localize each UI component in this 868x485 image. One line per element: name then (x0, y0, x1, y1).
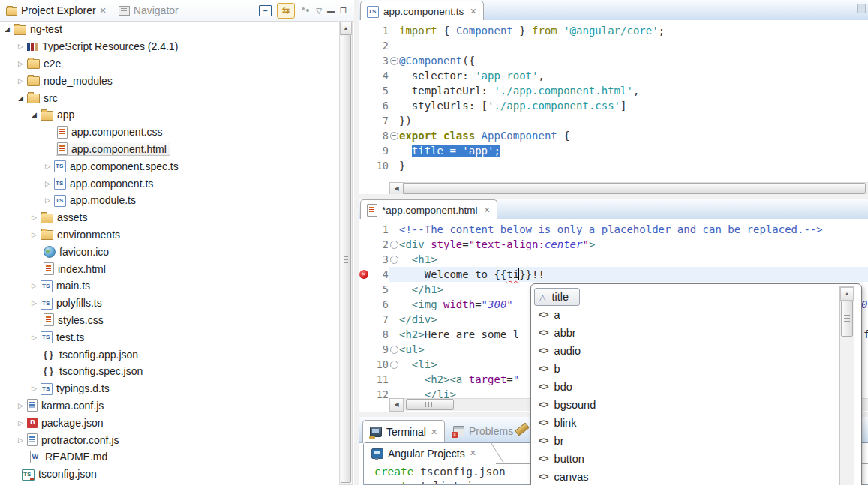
tab-angular-projects[interactable]: Angular Projects ✕ (364, 443, 484, 463)
completion-item-title[interactable]: △title (533, 288, 831, 306)
fold-collapse-icon[interactable] (389, 361, 399, 369)
expand-arrow-icon[interactable]: ▷ (16, 419, 26, 427)
tree-scrollbar[interactable]: ▲ (339, 21, 353, 485)
tree-item-src[interactable]: ◢src (0, 89, 341, 106)
completion-item-canvas[interactable]: <>canvas (533, 468, 831, 485)
expand-arrow-icon[interactable]: ▷ (29, 334, 39, 341)
tree-item-readme.md[interactable]: README.md (0, 448, 341, 466)
fold-collapse-icon[interactable] (389, 57, 399, 65)
tree-item-index.html[interactable]: index.html (0, 260, 341, 277)
expand-arrow-icon[interactable]: ▷ (29, 385, 39, 392)
tree-item-e2e[interactable]: ▷e2e (0, 55, 341, 73)
collapse-arrow-icon[interactable]: ◢ (29, 111, 39, 118)
tab-terminal[interactable]: Terminal ✕ (362, 420, 445, 443)
scroll-left-icon[interactable]: ◀ (389, 398, 404, 412)
focus-icon[interactable] (300, 5, 311, 16)
tab-navigator[interactable]: Navigator (113, 0, 185, 21)
expand-arrow-icon[interactable]: ▷ (29, 214, 39, 221)
minimize-icon[interactable]: ▬ (327, 7, 335, 15)
close-icon[interactable]: ✕ (431, 428, 437, 436)
tree-item-app.component.html[interactable]: app.component.html (0, 141, 341, 158)
expand-arrow-icon[interactable]: ▷ (16, 77, 26, 85)
ts-hscroll-thumb[interactable] (403, 183, 866, 194)
fold-collapse-icon[interactable] (389, 346, 399, 354)
editor-chevron-icon[interactable] (857, 4, 866, 13)
tree-item-main.ts[interactable]: ▷main.ts (0, 277, 341, 295)
expand-arrow-icon[interactable]: ▷ (43, 196, 53, 204)
tree-item-polyfills.ts[interactable]: ▷polyfills.ts (0, 295, 341, 312)
tree-item-typings.d.ts[interactable]: ▷typings.d.ts (0, 380, 341, 397)
tree-item-app.module.ts[interactable]: ▷app.module.ts (0, 192, 341, 209)
tree-item-styles.css[interactable]: styles.css (0, 312, 341, 329)
code-line-7[interactable]: 7}) (359, 113, 868, 128)
tree-item-tsconfig.app.json[interactable]: tsconfig.app.json (0, 346, 341, 363)
tree-item-typescript-resources-2.4.1-[interactable]: ▷TypeScript Resources (2.4.1) (0, 38, 341, 55)
maximize-icon[interactable]: ❒ (340, 7, 347, 15)
code-line-4[interactable]: ✕4 Welcome to {{ti}}!! (359, 267, 868, 282)
tree-item-ng-test[interactable]: ◢ng-test (0, 21, 341, 38)
ts-hscrollbar[interactable]: ◀ (359, 182, 868, 195)
completion-item-button[interactable]: <>button (533, 450, 831, 468)
close-icon[interactable]: ✕ (470, 7, 476, 16)
completion-item-audio[interactable]: <>audio (533, 342, 831, 360)
tree-item-favicon.ico[interactable]: favicon.ico (0, 243, 341, 260)
code-line-2[interactable]: 2<div style="text-align:center"> (359, 237, 868, 252)
close-icon[interactable]: ✕ (484, 206, 491, 214)
code-line-1[interactable]: 1import { Component } from '@angular/cor… (359, 23, 868, 38)
expand-arrow-icon[interactable]: ▷ (16, 402, 26, 409)
completion-item-br[interactable]: <>br (533, 432, 831, 450)
code-line-6[interactable]: 6 styleUrls: ['./app.component.css'] (359, 98, 868, 113)
tree-item-app.component.css[interactable]: app.component.css (0, 124, 341, 141)
scroll-up-icon[interactable]: ▲ (340, 22, 352, 35)
code-line-10[interactable]: 10} (359, 158, 868, 173)
view-menu-icon[interactable]: ▽ (316, 7, 322, 15)
fold-collapse-icon[interactable] (389, 256, 399, 264)
code-line-1[interactable]: 1<!--The content below is only a placeho… (359, 222, 868, 237)
tree-scrollbar-thumb[interactable] (341, 34, 351, 483)
completion-list[interactable]: △title<>a<>abbr<>audio<>b<>bdo<>bgsound<… (533, 288, 831, 485)
close-icon[interactable]: ✕ (100, 7, 107, 15)
completion-item-abbr[interactable]: <>abbr (533, 324, 831, 342)
scroll-up-icon[interactable]: ▲ (840, 287, 854, 301)
code-line-5[interactable]: 5 templateUrl: './app.component.html', (359, 83, 868, 98)
collapse-arrow-icon[interactable]: ◢ (2, 25, 12, 33)
popup-scrollbar-thumb[interactable] (841, 301, 853, 337)
tree-item-package.json[interactable]: ▷package.json (0, 414, 341, 431)
collapse-arrow-icon[interactable]: ◢ (16, 94, 26, 102)
completion-item-blink[interactable]: <>blink (533, 414, 831, 432)
tab-app-component-ts[interactable]: app.component.ts ✕ (360, 1, 484, 21)
tree-item-karma.conf.js[interactable]: ▷karma.conf.js (0, 397, 341, 415)
tree-item-app.component.ts[interactable]: ▷app.component.ts (0, 175, 341, 192)
project-tree[interactable]: ◢ng-test▷TypeScript Resources (2.4.1)▷e2… (0, 21, 341, 485)
tree-item-test.ts[interactable]: ▷test.ts (0, 328, 341, 346)
expand-arrow-icon[interactable]: ▷ (29, 282, 39, 289)
expand-arrow-icon[interactable]: ▷ (29, 231, 39, 238)
fold-collapse-icon[interactable] (389, 241, 399, 249)
link-with-editor-icon[interactable]: ⇆ (277, 3, 295, 19)
expand-arrow-icon[interactable]: ▷ (29, 299, 39, 307)
tree-item-node-modules[interactable]: ▷node_modules (0, 72, 341, 89)
completion-item-a[interactable]: <>a (533, 306, 831, 324)
expand-arrow-icon[interactable]: ▷ (16, 60, 26, 67)
tab-app-component-html[interactable]: *app.component.html ✕ (360, 199, 497, 220)
tree-item-app.component.spec.ts[interactable]: ▷app.component.spec.ts (0, 157, 341, 175)
code-line-3[interactable]: 3@Component({ (359, 53, 868, 68)
expand-arrow-icon[interactable]: ▷ (43, 180, 53, 187)
completion-item-bdo[interactable]: <>bdo (533, 378, 831, 396)
code-line-8[interactable]: 8export class AppComponent { (359, 128, 868, 143)
fold-collapse-icon[interactable] (389, 132, 399, 140)
tree-item-app[interactable]: ◢app (0, 106, 341, 124)
completion-item-bgsound[interactable]: <>bgsound (533, 396, 831, 414)
html-hscroll-thumb[interactable] (406, 399, 454, 410)
ts-code-area[interactable]: 1import { Component } from '@angular/cor… (359, 20, 868, 185)
tree-item-protractor.conf.js[interactable]: ▷protractor.conf.js (0, 431, 341, 448)
code-line-3[interactable]: 3 <h1> (359, 252, 868, 267)
tree-item-environments[interactable]: ▷environments (0, 226, 341, 244)
code-line-4[interactable]: 4 selector: 'app-root', (359, 68, 868, 83)
tree-item-tsconfig.spec.json[interactable]: tsconfig.spec.json (0, 363, 341, 380)
expand-arrow-icon[interactable]: ▷ (16, 436, 26, 444)
completion-item-b[interactable]: <>b (533, 360, 831, 378)
expand-arrow-icon[interactable]: ▷ (16, 43, 26, 50)
code-line-2[interactable]: 2 (359, 38, 868, 53)
tab-problems[interactable]: Problems (446, 420, 520, 442)
